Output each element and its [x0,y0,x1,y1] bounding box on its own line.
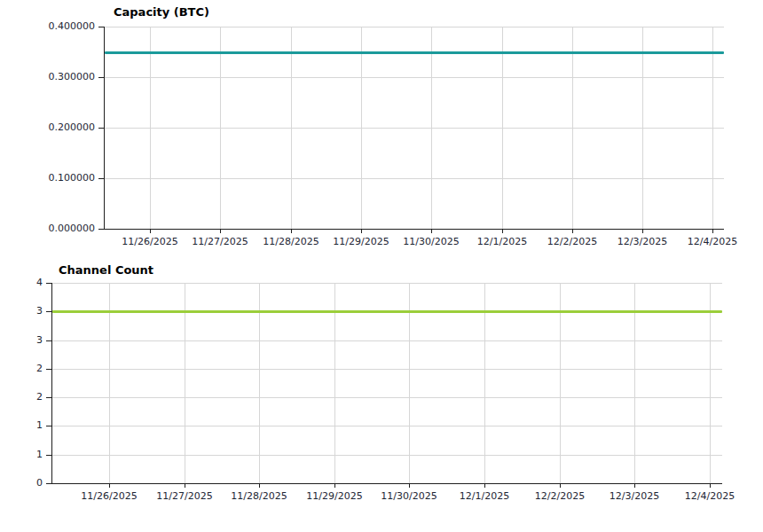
x-tick-label: 12/1/2025 [447,490,522,503]
x-axis-tick-mark [484,484,485,488]
capacity-chart-title: Capacity (BTC) [114,5,209,19]
horizontal-gridline [52,426,722,426]
channel-count-plot-area: 4332211011/26/202511/27/202511/28/202511… [51,283,722,484]
y-axis-tick-mark [98,27,104,27]
capacity-plot-area: 0.4000000.3000000.2000000.1000000.000000… [104,27,724,230]
y-tick-label: 2 [0,391,43,403]
vertical-gridline [572,27,573,229]
x-tick-label: 11/27/2025 [183,236,257,248]
x-tick-label: 12/4/2025 [673,490,747,503]
x-axis-tick-mark [431,230,432,233]
vertical-gridline [150,27,151,229]
x-axis-tick-mark [109,484,110,488]
x-tick-label: 12/1/2025 [465,236,539,248]
y-tick-label: 0.100000 [33,172,95,184]
x-axis-tick-mark [560,484,561,488]
x-axis-tick-mark [502,230,503,233]
x-tick-label: 11/26/2025 [72,490,146,503]
x-axis-tick-mark [185,484,185,488]
horizontal-gridline [52,397,722,398]
horizontal-gridline [105,178,724,179]
x-tick-label: 12/3/2025 [605,236,680,248]
vertical-gridline [712,27,713,229]
y-tick-label: 0.000000 [33,223,95,235]
horizontal-gridline [105,128,724,129]
y-tick-label: 0.400000 [33,20,95,33]
y-axis-tick-mark [46,397,51,398]
y-tick-label: 3 [0,305,43,317]
y-tick-label: 4 [0,277,43,289]
channel-count-chart-title: Channel Count [59,263,153,277]
x-axis-tick-mark [409,484,410,488]
x-tick-label: 12/2/2025 [535,236,610,248]
charts-panel: Capacity (BTC) 0.4000000.3000000.2000000… [0,0,763,532]
x-tick-label: 11/28/2025 [254,236,328,248]
x-axis-tick-mark [259,484,260,488]
x-axis-tick-mark [712,230,713,233]
x-tick-label: 11/30/2025 [394,236,468,248]
y-axis-tick-mark [46,455,51,456]
capacity-line [105,51,724,54]
x-axis-tick-mark [642,230,643,233]
x-tick-label: 11/30/2025 [372,490,446,503]
y-tick-label: 1 [0,449,43,461]
horizontal-gridline [52,283,722,284]
y-tick-label: 0 [0,477,43,489]
vertical-gridline [291,27,292,229]
x-tick-label: 11/26/2025 [113,236,187,248]
x-tick-label: 12/4/2025 [675,236,750,248]
vertical-gridline [642,27,643,229]
y-axis-tick-mark [46,369,51,370]
vertical-gridline [502,27,503,229]
y-tick-label: 1 [0,419,43,432]
y-axis-tick-mark [98,128,104,129]
x-axis-tick-mark [634,484,635,488]
x-axis-tick-mark [150,230,151,233]
y-axis-tick-mark [46,311,51,312]
vertical-gridline [220,27,221,229]
horizontal-gridline [105,77,724,78]
y-axis-tick-mark [98,178,104,179]
y-axis-tick-mark [46,483,51,484]
x-tick-label: 11/29/2025 [297,490,372,503]
x-tick-label: 12/2/2025 [523,490,597,503]
y-axis-tick-mark [46,283,51,284]
horizontal-gridline [52,455,722,456]
x-axis-tick-mark [572,230,573,233]
y-tick-label: 0.200000 [33,121,95,134]
x-axis-tick-mark [710,484,711,488]
y-tick-label: 0.300000 [33,71,95,83]
x-tick-label: 12/3/2025 [597,490,672,503]
y-axis-tick-mark [98,229,104,230]
vertical-gridline [431,27,432,229]
y-tick-label: 2 [0,363,43,375]
horizontal-gridline [52,369,722,370]
y-axis-tick-mark [98,77,104,78]
x-axis-tick-mark [220,230,221,233]
x-tick-label: 11/28/2025 [222,490,296,503]
x-axis-tick-mark [361,230,362,233]
y-axis-tick-mark [46,340,51,341]
x-tick-label: 11/29/2025 [324,236,398,248]
horizontal-gridline [105,27,724,27]
y-tick-label: 3 [0,334,43,347]
vertical-gridline [361,27,362,229]
x-axis-tick-mark [334,484,335,488]
horizontal-gridline [52,340,722,341]
x-tick-label: 11/27/2025 [147,490,222,503]
y-axis-tick-mark [46,426,51,426]
channel-count-line [52,310,722,313]
x-axis-tick-mark [291,230,292,233]
